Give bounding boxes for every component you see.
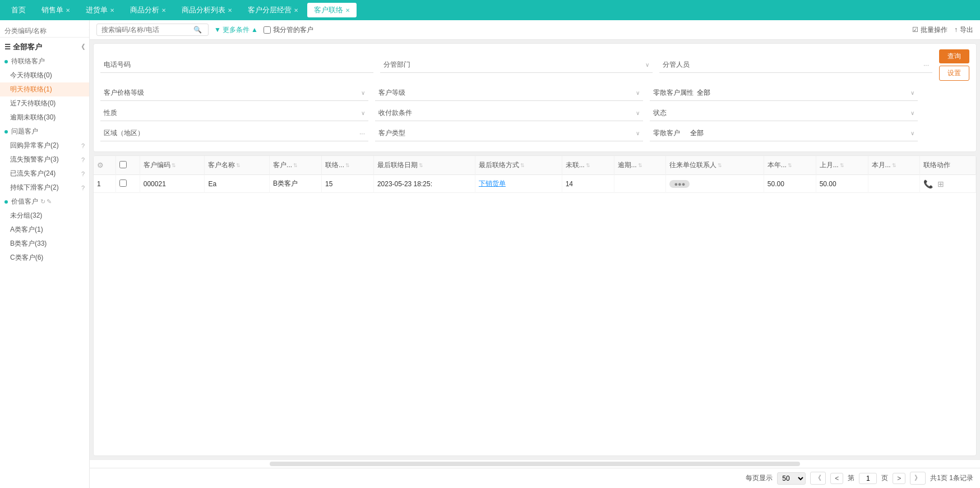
close-icon[interactable]: ✕ [66, 7, 70, 13]
setting-button[interactable]: 设置 [939, 66, 969, 81]
th-action: 联络动作 [920, 156, 976, 175]
sidebar-item-class-c[interactable]: C类客户(6) [0, 251, 89, 265]
data-table-wrap: ⚙ 客户编码⇅ 客户名称⇅ 客户...⇅ 联络...⇅ 最后联络日期⇅ 最后联络… [93, 155, 977, 456]
sidebar-item-churn-warning[interactable]: 流失预警客户(3) ? [0, 153, 89, 167]
phone-action-icon[interactable]: 📞 [923, 179, 933, 188]
sidebar-all-customers[interactable]: ☰ 全部客户 《 [0, 40, 89, 54]
sidebar-item-class-a[interactable]: A类客户(1) [0, 223, 89, 237]
nav-customer-tier[interactable]: 客户分层经营 ✕ [241, 3, 305, 17]
chevron-down-icon: ∨ [910, 90, 914, 96]
cell-index: 1 [94, 175, 116, 193]
sidebar-item-7days[interactable]: 近7天待联络(0) [0, 96, 89, 111]
chevron-down-icon: ∨ [361, 110, 365, 116]
search-bar: 🔍 ▼ 更多条件 ▲ 我分管的客户 ☑ 批量操作 ↑ 导出 [90, 20, 980, 40]
th-last-month: 上月...⇅ [816, 156, 868, 175]
th-code: 客户编码⇅ [140, 156, 205, 175]
th-this-month: 本月...⇅ [868, 156, 920, 175]
page-input[interactable] [859, 473, 877, 484]
sidebar-item-class-b[interactable]: B类客户(33) [0, 237, 89, 251]
sidebar-item-abnormal[interactable]: 回购异常客户(2) ? [0, 139, 89, 153]
settings-icon[interactable]: ⚙ [97, 161, 104, 169]
cell-check [116, 175, 140, 193]
sidebar: 🔍 ☰ 全部客户 《 待联络客户 今天待联络(0) 明天待联络(1) 近7天待联… [0, 20, 90, 488]
nav-home[interactable]: 首页 [4, 3, 33, 17]
data-table: ⚙ 客户编码⇅ 客户名称⇅ 客户...⇅ 联络...⇅ 最后联络日期⇅ 最后联络… [94, 156, 976, 193]
chevron-down-icon: ∨ [636, 90, 640, 96]
th-settings: ⚙ [94, 156, 116, 175]
cell-action: 📞 ⊞ [920, 175, 976, 193]
th-last-method: 最后联络方式⇅ [475, 156, 562, 175]
help-icon: ? [81, 142, 85, 149]
filter-customer-type: 客户类型 ∨ [375, 126, 643, 141]
sidebar-item-today[interactable]: 今天待联络(0) [0, 68, 89, 82]
sidebar-group-value[interactable]: 价值客户 ↻ ✎ [0, 195, 89, 209]
filter-row-4: 区域（地区） ··· 客户类型 ∨ 零散客户 全部 ∨ [100, 126, 969, 141]
toolbar-right: ☑ 批量操作 ↑ 导出 [912, 25, 973, 35]
cell-this-year: 50.00 [764, 175, 816, 193]
help-icon: ? [81, 185, 85, 191]
sort-icon: ⇅ [293, 163, 298, 168]
search-input[interactable] [101, 26, 191, 34]
sidebar-group-problem[interactable]: 问题客户 [0, 125, 89, 139]
table-header-row: ⚙ 客户编码⇅ 客户名称⇅ 客户...⇅ 联络...⇅ 最后联络日期⇅ 最后联络… [94, 156, 976, 175]
close-icon[interactable]: ✕ [110, 7, 114, 13]
sidebar-item-declining[interactable]: 持续下滑客户(2) ? [0, 181, 89, 195]
filter-person: 分管人员 ··· [659, 57, 932, 73]
filter-payment: 收付款条件 ∨ [375, 105, 643, 121]
sidebar-group-pending[interactable]: 待联络客户 [0, 54, 89, 68]
close-icon[interactable]: ✕ [294, 7, 298, 13]
nav-customer-contact[interactable]: 客户联络 ✕ [307, 3, 357, 17]
prev-page-btn[interactable]: < [830, 473, 843, 484]
nav-sales[interactable]: 销售单 ✕ [35, 3, 77, 17]
query-button[interactable]: 查询 [939, 49, 969, 63]
cell-last-method: 下销货单 [475, 175, 562, 193]
horizontal-scrollbar[interactable] [270, 462, 800, 466]
filter-dept: 分管部门 ∨ [380, 57, 653, 73]
row-checkbox[interactable] [119, 179, 127, 187]
nav-product-analysis-list[interactable]: 商品分析列表 ✕ [175, 3, 239, 17]
cell-contact: 15 [322, 175, 374, 193]
close-icon[interactable]: ✕ [345, 7, 350, 13]
last-page-btn[interactable]: 》 [910, 472, 926, 485]
th-checkbox [116, 156, 140, 175]
filter-price-level: 客户价格等级 ∨ [100, 85, 368, 101]
pagination-bar: 每页显示 50 100 200 《 < 第 页 > 》 共1页 1条记录 [90, 468, 980, 488]
filter-region: 区域（地区） ··· [100, 126, 368, 141]
cell-this-month [868, 175, 920, 193]
filter-retail-customer: 零散客户 全部 ∨ [650, 126, 918, 141]
th-unit-contact: 往来单位联系人⇅ [666, 156, 764, 175]
sort-icon: ⇅ [892, 163, 896, 168]
sidebar-item-tomorrow[interactable]: 明天待联络(1) [0, 82, 89, 96]
export-btn[interactable]: ↑ 导出 [954, 25, 973, 35]
sidebar-search-input[interactable] [4, 27, 89, 35]
close-icon[interactable]: ✕ [228, 7, 232, 13]
select-all-checkbox[interactable] [119, 161, 127, 168]
per-page-select[interactable]: 50 100 200 [777, 472, 806, 485]
chevron-down-icon: ∨ [910, 130, 914, 136]
sidebar-item-overdue[interactable]: 逾期未联络(30) [0, 111, 89, 125]
th-type: 客户...⇅ [270, 156, 322, 175]
more-conditions-btn[interactable]: ▼ 更多条件 ▲ [214, 25, 258, 35]
filter-phone: 电话号码 [100, 57, 373, 73]
cell-last-date: 2023-05-23 18:25: [373, 175, 475, 193]
th-uncontacted: 未联...⇅ [562, 156, 614, 175]
first-page-btn[interactable]: 《 [810, 472, 826, 485]
grid-action-icon[interactable]: ⊞ [937, 179, 944, 188]
cell-unit-contact: ●●● [666, 175, 764, 193]
my-customers-check[interactable] [264, 26, 271, 34]
cell-last-month: 50.00 [816, 175, 868, 193]
sort-icon: ⇅ [172, 163, 176, 168]
close-icon[interactable]: ✕ [161, 7, 166, 13]
filter-actions: 查询 设置 [939, 49, 969, 81]
filter-icon: ▼ [214, 26, 221, 34]
sidebar-item-ungrouped[interactable]: 未分组(32) [0, 209, 89, 223]
next-page-btn[interactable]: > [893, 473, 905, 484]
my-customers-checkbox[interactable]: 我分管的客户 [264, 25, 313, 35]
nav-purchase[interactable]: 进货单 ✕ [79, 3, 121, 17]
batch-op-btn[interactable]: ☑ 批量操作 [912, 25, 947, 35]
cell-name: Ea [205, 175, 270, 193]
sort-icon: ⇅ [718, 163, 722, 168]
nav-product-analysis[interactable]: 商品分析 ✕ [123, 3, 173, 17]
sort-icon: ⇅ [586, 163, 590, 168]
sidebar-item-churned[interactable]: 已流失客户(24) ? [0, 167, 89, 181]
